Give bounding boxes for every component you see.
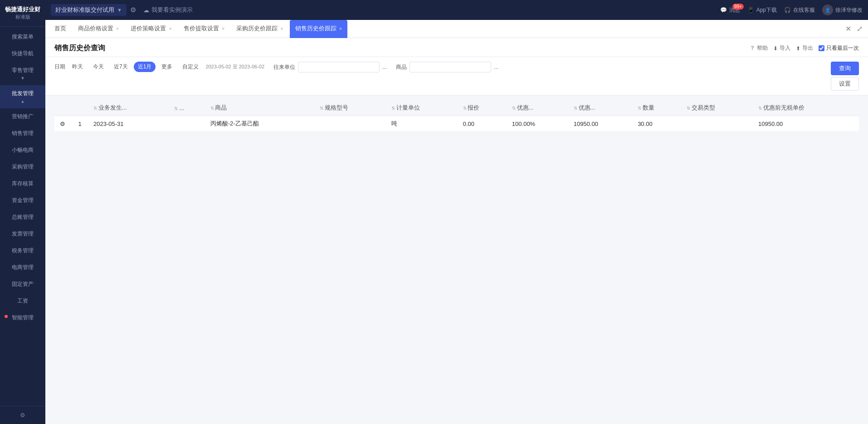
row-extra bbox=[170, 116, 205, 132]
date-pill-custom[interactable]: 自定义 bbox=[178, 62, 203, 72]
table-area: ⇅ 业务发生...⇅ ...⇅ 商品⇅ 规格型号⇅ 计量单位⇅ 报价⇅ 优惠..… bbox=[45, 96, 868, 424]
table-header: ⇅ 业务发生...⇅ ...⇅ 商品⇅ 规格型号⇅ 计量单位⇅ 报价⇅ 优惠..… bbox=[54, 100, 859, 116]
col-header-index bbox=[54, 100, 71, 116]
sidebar-item-retail[interactable]: 零售管理▼ bbox=[0, 62, 45, 85]
sidebar-item-purchase[interactable]: 采购管理 bbox=[0, 159, 45, 175]
sidebar-item-search[interactable]: 搜索菜单 bbox=[0, 29, 45, 45]
col-header-qty: ⇅ 数量 bbox=[633, 100, 682, 116]
sidebar-item-invoice[interactable]: 发票管理 bbox=[0, 226, 45, 242]
goods-more-button[interactable]: ... bbox=[494, 64, 498, 70]
logo-sub: 标准版 bbox=[4, 14, 42, 20]
sidebar-item-tax[interactable]: 税务管理 bbox=[0, 242, 45, 259]
sort-icon: ⇅ bbox=[93, 106, 98, 111]
col-header-extra: ⇅ ... bbox=[170, 100, 205, 116]
sidebar-item-assets[interactable]: 固定资产 bbox=[0, 276, 45, 293]
settings-button[interactable]: 设置 bbox=[831, 77, 859, 91]
tab-label: 采购历史价跟踪 bbox=[236, 24, 278, 33]
chevron-down-icon: ▼ bbox=[20, 76, 25, 81]
help-label: 帮助 bbox=[757, 44, 768, 52]
user-name: 徐泽华修改 bbox=[835, 6, 863, 14]
tab-purchase-history[interactable]: 采购历史价跟踪× bbox=[231, 20, 288, 38]
tab-home[interactable]: 首页 bbox=[49, 20, 72, 38]
sidebar-item-payroll[interactable]: 工资 bbox=[0, 293, 45, 309]
tab-close-icon[interactable]: × bbox=[280, 26, 283, 31]
table-body: ⚙12023-05-31丙烯酸-2-乙基己酯吨0.00100.00%10950.… bbox=[54, 116, 859, 132]
sidebar-item-inventory[interactable]: 库存核算 bbox=[0, 175, 45, 192]
demo-link[interactable]: ☁ 我要看实例演示 bbox=[143, 6, 193, 14]
sidebar-item-ecommerce[interactable]: 电商管理 bbox=[0, 259, 45, 276]
filter-row: 日期 昨天今天近7天近1月更多自定义 2023-05-02 至 2023-06-… bbox=[45, 57, 868, 96]
date-pill-today[interactable]: 今天 bbox=[89, 62, 108, 72]
date-pill-more[interactable]: 更多 bbox=[157, 62, 176, 72]
online-service-button[interactable]: 🎧 在线客服 bbox=[784, 6, 815, 14]
sidebar-item-smart[interactable]: 智能管理 bbox=[0, 309, 45, 326]
phone-icon: 📱 bbox=[747, 7, 754, 13]
sort-icon: ⇅ bbox=[758, 106, 763, 111]
sidebar-item-sales[interactable]: 销售管理 bbox=[0, 125, 45, 142]
sidebar-item-ecommerce-small[interactable]: 小畅电商 bbox=[0, 142, 45, 159]
topbar-right: 💬 消息 99+ 📱 App下载 🎧 在线客服 👤 徐泽华修改 bbox=[720, 5, 863, 15]
date-pill-last1m[interactable]: 近1月 bbox=[134, 62, 156, 72]
tab-sales-history[interactable]: 销售历史价跟踪× bbox=[290, 20, 347, 38]
sidebar-item-label: 固定资产 bbox=[12, 280, 34, 288]
tab-close-icon[interactable]: × bbox=[169, 26, 171, 31]
sidebar: 畅捷通好业财 标准版 搜索菜单快捷导航零售管理▼批发管理▲营销推广销售管理小畅电… bbox=[0, 0, 45, 424]
import-link[interactable]: ⬇ 导入 bbox=[773, 44, 790, 52]
goods-input[interactable] bbox=[410, 62, 491, 72]
demo-label: 我要看实例演示 bbox=[151, 6, 193, 14]
sidebar-item-finance[interactable]: 资金管理 bbox=[0, 192, 45, 209]
row-gear-icon[interactable]: ⚙ bbox=[54, 116, 71, 132]
supplier-input[interactable] bbox=[298, 62, 380, 72]
col-header-discount1: ⇅ 优惠... bbox=[507, 100, 569, 116]
supplier-label: 往来单位 bbox=[273, 63, 295, 71]
app-download-button[interactable]: 📱 App下载 bbox=[747, 6, 777, 14]
col-header-goods: ⇅ 商品 bbox=[206, 100, 316, 116]
sidebar-item-label: 采购管理 bbox=[12, 163, 34, 171]
workspace-dropdown[interactable]: 好业财标准版交付试用 ▼ bbox=[51, 4, 127, 16]
data-table: ⇅ 业务发生...⇅ ...⇅ 商品⇅ 规格型号⇅ 计量单位⇅ 报价⇅ 优惠..… bbox=[54, 100, 859, 132]
message-button[interactable]: 💬 消息 99+ bbox=[720, 6, 740, 14]
export-link[interactable]: ⬆ 导出 bbox=[796, 44, 813, 52]
sidebar-item-wholesale[interactable]: 批发管理▲ bbox=[0, 85, 45, 108]
sidebar-item-quick-nav[interactable]: 快捷导航 bbox=[0, 45, 45, 62]
chevron-down-icon: ▼ bbox=[117, 7, 122, 13]
user-menu[interactable]: 👤 徐泽华修改 bbox=[822, 5, 863, 15]
sidebar-item-label: 搜索菜单 bbox=[12, 33, 34, 41]
tab-sale-price[interactable]: 售价提取设置× bbox=[178, 20, 230, 38]
sidebar-item-label: 批发管理 bbox=[12, 90, 34, 97]
row-discount1: 100.00% bbox=[507, 116, 569, 132]
sidebar-item-marketing[interactable]: 营销推广 bbox=[0, 108, 45, 125]
date-pill-yesterday[interactable]: 昨天 bbox=[68, 62, 87, 72]
sort-icon: ⇅ bbox=[320, 106, 325, 111]
supplier-more-button[interactable]: ... bbox=[382, 64, 387, 70]
table-row: ⚙12023-05-31丙烯酸-2-乙基己酯吨0.00100.00%10950.… bbox=[54, 116, 859, 132]
action-buttons: 查询 设置 bbox=[831, 62, 859, 91]
page-title: 销售历史价查询 bbox=[54, 43, 105, 53]
sidebar-item-accounting[interactable]: 总账管理 bbox=[0, 209, 45, 226]
tab-close-icon[interactable]: × bbox=[116, 26, 119, 31]
last-only-checkbox[interactable] bbox=[819, 45, 824, 51]
close-tab-button[interactable]: ✕ bbox=[844, 24, 853, 34]
sidebar-item-label: 税务管理 bbox=[12, 247, 34, 255]
main-area: 好业财标准版交付试用 ▼ ⚙ ☁ 我要看实例演示 💬 消息 99+ 📱 App下… bbox=[45, 0, 868, 424]
sidebar-item-label: 资金管理 bbox=[12, 197, 34, 204]
help-link[interactable]: ？ 帮助 bbox=[750, 44, 768, 52]
supplier-filter-group: 往来单位 ... bbox=[273, 62, 387, 72]
tab-purchase-strategy[interactable]: 进价策略设置× bbox=[125, 20, 177, 38]
tab-label: 首页 bbox=[54, 24, 66, 33]
tab-close-icon[interactable]: × bbox=[222, 26, 224, 31]
avatar: 👤 bbox=[822, 5, 833, 15]
sidebar-settings-button[interactable]: ⚙ bbox=[0, 406, 45, 424]
tab-close-icon[interactable]: × bbox=[339, 26, 342, 31]
date-pill-last7[interactable]: 近7天 bbox=[110, 62, 132, 72]
query-button[interactable]: 查询 bbox=[831, 62, 859, 75]
sort-icon: ⇅ bbox=[391, 106, 396, 111]
row-tx-type bbox=[682, 116, 754, 132]
import-label: 导入 bbox=[780, 44, 790, 52]
import-icon: ⬇ bbox=[773, 45, 778, 52]
tab-price[interactable]: 商品价格设置× bbox=[73, 20, 124, 38]
topbar-gear-icon[interactable]: ⚙ bbox=[130, 6, 136, 14]
sidebar-item-label: 工资 bbox=[17, 297, 28, 305]
sort-icon: ⇅ bbox=[174, 106, 179, 111]
maximize-button[interactable]: ⤢ bbox=[855, 24, 864, 34]
